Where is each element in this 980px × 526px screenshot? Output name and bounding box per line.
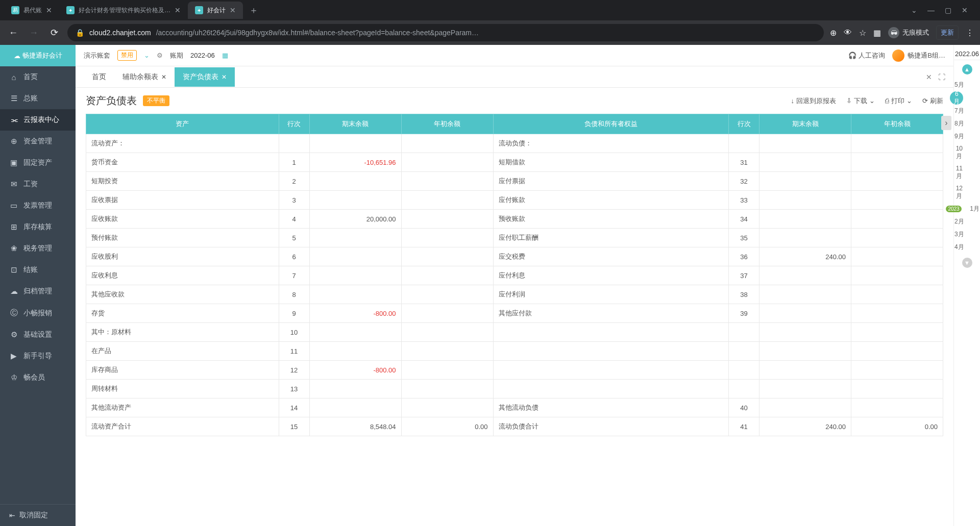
- month-item-0[interactable]: 5月: [950, 79, 968, 91]
- incognito-label: 无痕模式: [902, 28, 929, 37]
- month-item-9[interactable]: 2月: [950, 215, 968, 228]
- table-row[interactable]: 周转材料 13: [86, 380, 943, 398]
- month-item-1[interactable]: 6月: [950, 91, 963, 105]
- rail-down-button[interactable]: ▼: [962, 258, 972, 268]
- user-menu[interactable]: 畅捷通B组…: [892, 49, 945, 62]
- browser-tab-2[interactable]: ✦ 好会计 ✕: [188, 2, 243, 19]
- forward-button[interactable]: →: [27, 28, 41, 38]
- menu-icon[interactable]: ⋮: [966, 28, 974, 38]
- url-bar[interactable]: 🔒 cloud2.chanjet.com/accounting/uh26t264…: [67, 24, 824, 41]
- calendar-icon[interactable]: ▦: [222, 52, 228, 59]
- sidebar-item-2[interactable]: ⫘云报表中心: [0, 109, 76, 131]
- cell-liab-begin: 0.00: [851, 417, 943, 436]
- print-button[interactable]: ⎙ 打印 ⌄: [885, 96, 912, 106]
- update-button[interactable]: 更新: [936, 26, 959, 40]
- table-row[interactable]: 在产品 11: [86, 342, 943, 361]
- fullscreen-icon[interactable]: ⛶: [938, 73, 945, 81]
- sidebar-item-13[interactable]: ▶新手引导: [0, 345, 76, 367]
- month-item-6[interactable]: 11月: [950, 163, 968, 183]
- sidebar-item-7[interactable]: ⊞库存核算: [0, 216, 76, 238]
- close-icon[interactable]: ✕: [46, 6, 52, 14]
- cell-asset-name: 其中：原材料: [86, 323, 279, 342]
- cell-asset-begin: [401, 172, 493, 191]
- sidebar-item-6[interactable]: ▭发票管理: [0, 195, 76, 216]
- close-icon[interactable]: ✕: [161, 73, 166, 81]
- account-name[interactable]: 演示账套: [84, 51, 110, 60]
- table-row[interactable]: 其他流动资产 14 其他流动负债 40: [86, 398, 943, 417]
- sidebar-item-3[interactable]: ⊕资金管理: [0, 131, 76, 152]
- year-label[interactable]: 2022.06: [954, 48, 980, 60]
- table-row[interactable]: 应收账款 4 20,000.00 预收账款 34: [86, 210, 943, 229]
- table-row[interactable]: 应收票据 3 应付账款 33: [86, 191, 943, 210]
- browser-tab-1[interactable]: ✦ 好会计财务管理软件购买价格及… ✕: [59, 2, 188, 19]
- month-item-11[interactable]: 4月: [950, 241, 968, 254]
- chevron-down-icon[interactable]: ⌄: [911, 6, 917, 14]
- sidebar-item-4[interactable]: ▣固定资产: [0, 152, 76, 173]
- reload-button[interactable]: ⟳: [47, 27, 61, 38]
- period-value[interactable]: 2022-06: [190, 52, 215, 59]
- app-logo[interactable]: ☁ 畅捷通好会计: [0, 45, 76, 66]
- table-row[interactable]: 应收利息 7 应付利息 37: [86, 266, 943, 285]
- minimize-icon[interactable]: —: [927, 6, 935, 14]
- month-item-8[interactable]: 1月: [966, 203, 980, 215]
- close-icon[interactable]: ✕: [230, 6, 236, 14]
- cell-liab-name: [493, 323, 728, 342]
- zoom-icon[interactable]: ⊕: [830, 28, 837, 38]
- table-container: › 资产 行次 期末余额 年初余额 负债和所有者权益 行次 期末余额 年初余额 …: [76, 114, 953, 526]
- table-row[interactable]: 流动资产合计 15 8,548.04 0.00 流动负债合计 41 240.00…: [86, 417, 943, 436]
- month-item-5[interactable]: 10月: [950, 143, 968, 163]
- close-window-icon[interactable]: ✕: [962, 6, 968, 14]
- browser-tab-0[interactable]: 易 易代账 ✕: [4, 2, 59, 19]
- sidebar-item-5[interactable]: ✉工资: [0, 173, 76, 195]
- gear-icon[interactable]: ⚙: [157, 52, 163, 59]
- table-row[interactable]: 短期投资 2 应付票据 32: [86, 172, 943, 191]
- month-item-2[interactable]: 7月: [950, 105, 968, 117]
- table-row[interactable]: 其他应收款 8 应付利润 38: [86, 285, 943, 304]
- refresh-button[interactable]: ⟳ 刷新: [922, 96, 943, 106]
- sidebar-item-14[interactable]: ♔畅会员: [0, 367, 76, 388]
- eye-off-icon[interactable]: 👁: [844, 28, 852, 37]
- month-item-4[interactable]: 9月: [950, 130, 968, 143]
- close-icon[interactable]: ✕: [175, 6, 181, 14]
- table-row[interactable]: 库存商品 12 -800.00: [86, 361, 943, 380]
- sidebar-item-8[interactable]: ❀税务管理: [0, 238, 76, 259]
- unpin-sidebar-button[interactable]: ⇤ 取消固定: [0, 504, 76, 526]
- back-button[interactable]: ←: [6, 28, 20, 38]
- support-button[interactable]: 🎧 人工咨询: [848, 51, 885, 60]
- month-item-10[interactable]: 3月: [950, 228, 968, 241]
- table-row[interactable]: 预付账款 5 应付职工薪酬 35: [86, 229, 943, 247]
- table-row[interactable]: 流动资产： 流动负债：: [86, 134, 943, 153]
- chevron-down-icon[interactable]: ⌄: [144, 52, 150, 59]
- sidebar-icon: ⌂: [9, 73, 18, 82]
- sidebar-item-12[interactable]: ⚙基础设置: [0, 324, 76, 345]
- download-button[interactable]: ⇩ 下载 ⌄: [846, 96, 875, 106]
- maximize-icon[interactable]: ▢: [945, 6, 951, 14]
- disable-badge[interactable]: 禁用: [117, 50, 137, 61]
- sidebar-item-10[interactable]: ☁归档管理: [0, 281, 76, 302]
- extension-icon[interactable]: ▦: [873, 28, 881, 38]
- month-item-7[interactable]: 12月: [950, 183, 968, 203]
- table-row[interactable]: 其中：原材料 10: [86, 323, 943, 342]
- sidebar-item-0[interactable]: ⌂首页: [0, 66, 76, 88]
- close-icon[interactable]: ✕: [222, 73, 227, 81]
- table-row[interactable]: 货币资金 1 -10,651.96 短期借款 31: [86, 153, 943, 172]
- month-item-3[interactable]: 8月: [950, 117, 968, 130]
- star-icon[interactable]: ☆: [859, 28, 866, 38]
- page-tab-1[interactable]: 辅助余额表✕: [114, 67, 175, 87]
- rollback-button[interactable]: ↓ 回退到原报表: [791, 96, 837, 106]
- sidebar-item-1[interactable]: ☰总账: [0, 88, 76, 109]
- cell-asset-row: 12: [279, 361, 309, 380]
- page-tab-0[interactable]: 首页: [84, 67, 114, 87]
- cell-asset-row: 3: [279, 191, 309, 210]
- scroll-right-button[interactable]: ›: [941, 116, 951, 130]
- new-tab-button[interactable]: ＋: [243, 4, 264, 16]
- page-tab-2[interactable]: 资产负债表✕: [175, 67, 235, 87]
- table-row[interactable]: 存货 9 -800.00 其他应付款 39: [86, 304, 943, 323]
- footer-label: 取消固定: [19, 511, 48, 520]
- rail-up-button[interactable]: ▲: [962, 64, 972, 74]
- sidebar-item-9[interactable]: ⊡结账: [0, 259, 76, 281]
- sidebar-item-11[interactable]: Ⓒ小畅报销: [0, 302, 76, 324]
- table-row[interactable]: 应收股利 6 应交税费 36 240.00: [86, 247, 943, 266]
- close-all-tabs-icon[interactable]: ✕: [926, 73, 932, 81]
- sidebar-item-label: 结账: [23, 265, 38, 274]
